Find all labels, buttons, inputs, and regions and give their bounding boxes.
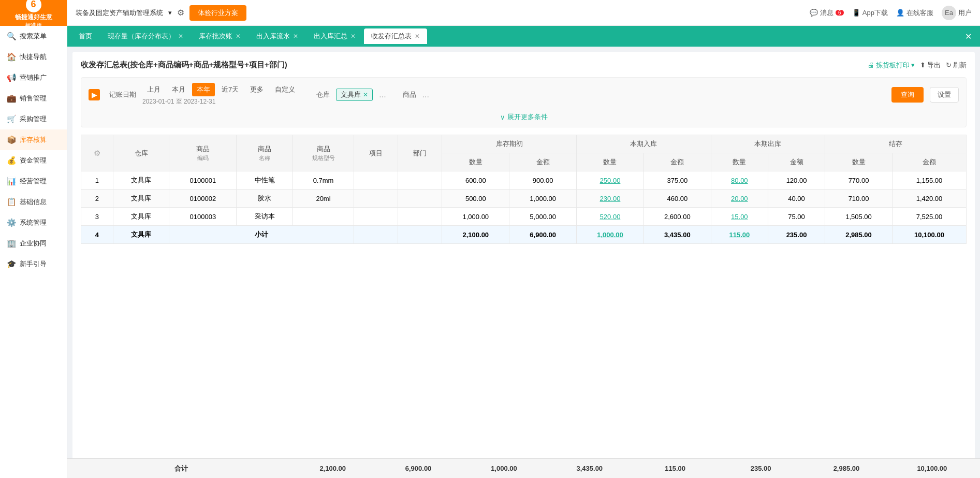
sidebar-item-quick-nav[interactable]: 🏠 快捷导航 [0, 47, 67, 67]
sidebar-item-label-basic-info: 基础信息 [20, 197, 47, 207]
date-7days-btn[interactable]: 近7天 [217, 83, 243, 96]
row-opening-amt: 5,000.00 [509, 208, 577, 226]
topbar-left: 装备及固定资产辅助管理系统 ▾ ⚙ 体验行业方案 [76, 5, 246, 21]
footer-in-amt: 3,435.00 [547, 465, 632, 472]
tab-label-recv-send: 收发存汇总表 [371, 32, 412, 41]
user-btn[interactable]: Ea 用户 [942, 6, 972, 20]
date-prev-month-btn[interactable]: 上月 [142, 83, 165, 96]
row-in-qty[interactable]: 250.00 [577, 171, 644, 190]
subtotal-dept [398, 226, 442, 244]
subtotal-out-qty[interactable]: 115.00 [711, 226, 768, 244]
query-btn[interactable]: 查询 [891, 87, 924, 103]
th-balance: 结存 [825, 135, 967, 153]
tab-close-main-icon[interactable]: ✕ [965, 32, 972, 41]
tab-label-home: 首页 [79, 32, 92, 41]
subtotal-in-qty[interactable]: 1,000.00 [577, 226, 644, 244]
tab-close-batch-icon[interactable]: ✕ [236, 33, 241, 40]
sidebar-item-beginner[interactable]: 🎓 新手引导 [0, 254, 67, 274]
tab-close-inout-flow-icon[interactable]: ✕ [293, 33, 298, 40]
beginner-icon: 🎓 [6, 259, 17, 269]
messages-label: 消息 [820, 8, 833, 18]
th-project: 项目 [354, 135, 398, 171]
row-out-qty[interactable]: 15.00 [711, 208, 768, 226]
tab-close-inventory-dist-icon[interactable]: ✕ [178, 33, 183, 40]
app-download-btn[interactable]: 📱 App下载 [852, 8, 888, 18]
settings-gear-icon[interactable]: ⚙ [177, 8, 184, 18]
table-settings-icon[interactable]: ⚙ [94, 149, 100, 157]
th-goods-spec: 商品规格型号 [293, 135, 354, 171]
row-in-qty[interactable]: 520.00 [577, 208, 644, 226]
expand-conditions-btn[interactable]: ∨ 展开更多条件 [500, 112, 548, 122]
date-curr-year-btn[interactable]: 本年 [192, 83, 215, 96]
row-in-qty[interactable]: 230.00 [577, 190, 644, 208]
footer-opening-amt: 6,900.00 [375, 465, 461, 472]
print-dropdown-icon: ▾ [911, 61, 915, 69]
goods-dots[interactable]: ... [422, 90, 429, 99]
sidebar-item-sales[interactable]: 💼 销售管理 [0, 88, 67, 109]
row-out-qty[interactable]: 80.00 [711, 171, 768, 190]
date-curr-month-btn[interactable]: 本月 [167, 83, 190, 96]
tab-label-inout-summary: 出入库汇总 [314, 32, 347, 41]
system-dropdown[interactable]: ▾ [168, 9, 172, 17]
marketing-icon: 📢 [6, 73, 17, 83]
row-goods-spec: 0.7mm [293, 171, 354, 190]
table-row: 1 文具库 0100001 中性笔 0.7mm 600.00 900.00 25… [81, 171, 967, 190]
warehouse-tag[interactable]: 文具库 ✕ [336, 89, 373, 101]
sidebar-item-label-sales: 销售管理 [20, 94, 47, 103]
row-out-amt: 40.00 [768, 190, 825, 208]
tab-inventory-dist[interactable]: 现存量（库存分布表）✕ [100, 28, 191, 44]
tab-close-recv-send-icon[interactable]: ✕ [415, 33, 420, 40]
page-header: 收发存汇总表(按仓库+商品编码+商品+规格型号+项目+部门) 🖨 拣货板打印 ▾… [81, 60, 967, 70]
sidebar-item-purchase[interactable]: 🛒 采购管理 [0, 109, 67, 129]
row-project [354, 190, 398, 208]
sidebar-item-inventory[interactable]: 📦 库存核算 [0, 129, 67, 150]
export-btn[interactable]: ⬆ 导出 [920, 61, 941, 70]
tab-close-inout-summary-icon[interactable]: ✕ [350, 33, 356, 40]
service-icon: 👤 [896, 9, 904, 17]
sidebar-item-search[interactable]: 🔍 搜索菜单 [0, 26, 67, 47]
subtotal-balance-qty: 2,985.00 [825, 226, 893, 244]
download-icon: 📱 [852, 9, 860, 17]
sidebar-item-label-purchase: 采购管理 [20, 114, 47, 124]
logo-icon: 6 [26, 0, 41, 12]
warehouse-tag-remove-icon[interactable]: ✕ [363, 91, 368, 98]
subtotal-balance-amt: 10,100.00 [892, 226, 966, 244]
online-service-btn[interactable]: 👤 在线客服 [896, 8, 933, 18]
tab-recv-send[interactable]: 收发存汇总表✕ [364, 28, 427, 44]
tab-inout-flow[interactable]: 出入库流水✕ [249, 28, 305, 44]
row-opening-qty: 600.00 [442, 171, 509, 190]
row-out-qty[interactable]: 20.00 [711, 190, 768, 208]
sidebar-item-marketing[interactable]: 📢 营销推广 [0, 67, 67, 88]
tab-batch[interactable]: 库存批次账✕ [192, 28, 248, 44]
th-in-amt: 金额 [643, 153, 711, 171]
sidebar-item-label-inventory: 库存核算 [20, 135, 47, 144]
export-icon: ⬆ [920, 61, 926, 69]
sidebar-item-operations[interactable]: 📊 经营管理 [0, 171, 67, 192]
sidebar-item-finance[interactable]: 💰 资金管理 [0, 150, 67, 171]
tab-inout-summary[interactable]: 出入库汇总✕ [306, 28, 363, 44]
page-container: 收发存汇总表(按仓库+商品编码+商品+规格型号+项目+部门) 🖨 拣货板打印 ▾… [72, 52, 975, 473]
refresh-btn[interactable]: ↻ 刷新 [946, 61, 967, 70]
row-dept [398, 208, 442, 226]
row-goods-code: 0100003 [169, 208, 237, 226]
setting-btn[interactable]: 设置 [930, 87, 959, 103]
sidebar-item-system[interactable]: ⚙️ 系统管理 [0, 212, 67, 233]
experience-btn[interactable]: 体验行业方案 [189, 5, 246, 21]
footer-in-qty: 1,000.00 [461, 465, 547, 472]
tab-home[interactable]: 首页 [71, 28, 99, 44]
messages-btn[interactable]: 💬 消息 6 [810, 8, 844, 18]
date-more-btn[interactable]: 更多 [245, 83, 268, 96]
filter-collapse-btn[interactable]: ▶ [89, 89, 100, 100]
row-in-amt: 375.00 [643, 171, 711, 190]
sidebar-item-basic-info[interactable]: 📋 基础信息 [0, 192, 67, 212]
warehouse-dots[interactable]: ... [379, 90, 386, 99]
print-btn[interactable]: 🖨 拣货板打印 ▾ [868, 61, 915, 70]
row-opening-qty: 1,000.00 [442, 208, 509, 226]
row-id: 2 [81, 190, 113, 208]
subtotal-warehouse: 文具库 [113, 226, 169, 244]
sales-icon: 💼 [6, 93, 17, 104]
table-row: 2 文具库 0100002 胶水 20ml 500.00 1,000.00 23… [81, 190, 967, 208]
header-actions: 🖨 拣货板打印 ▾ ⬆ 导出 ↻ 刷新 [868, 61, 967, 70]
date-custom-btn[interactable]: 自定义 [270, 83, 300, 96]
sidebar-item-enterprise[interactable]: 🏢 企业协同 [0, 233, 67, 254]
